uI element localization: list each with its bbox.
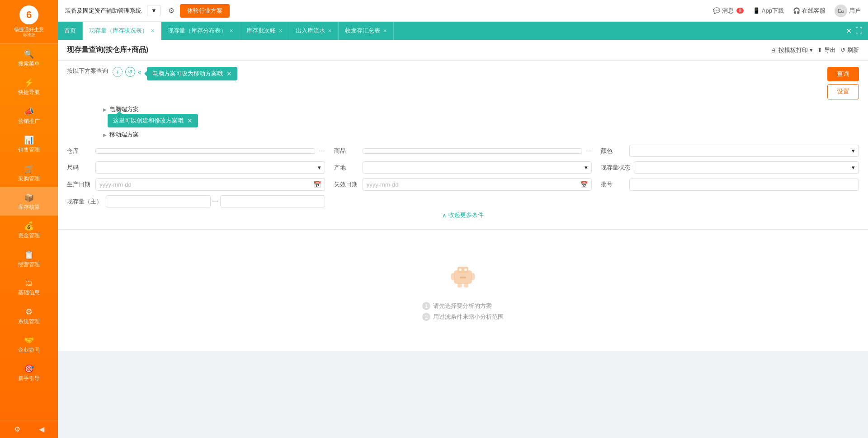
stock-status-select[interactable]: ▾: [634, 161, 859, 174]
stock-main-range-from[interactable]: [106, 195, 211, 207]
produce-date-placeholder: yyyy-mm-dd: [99, 181, 132, 188]
svg-rect-6: [471, 273, 475, 280]
sidebar-item-quick-nav[interactable]: ⚡ 快捷导航: [0, 72, 58, 101]
svg-point-2: [459, 268, 462, 271]
query-btn[interactable]: 查询: [827, 67, 859, 81]
experience-btn[interactable]: 体验行业方案: [180, 4, 230, 18]
tab-inventory-status[interactable]: 现存量（库存状况表） ✕: [83, 22, 161, 40]
topbar-gear-icon[interactable]: ⚙: [168, 6, 175, 15]
sidebar-item-enterprise[interactable]: 🤝 企业协同: [0, 330, 58, 358]
sidebar-item-basic[interactable]: 🗂 基础信息: [0, 273, 58, 301]
batch-label: 批号: [601, 180, 626, 188]
batch-input[interactable]: [629, 179, 859, 191]
tab-inout-flow-close[interactable]: ✕: [328, 28, 332, 34]
warehouse-dots[interactable]: ···: [319, 147, 325, 155]
scheme-sub-item: ▶ 按商品: [103, 116, 859, 127]
enterprise-icon: 🤝: [24, 335, 34, 345]
close-all-tabs-icon[interactable]: ✕: [846, 27, 852, 35]
expire-date-input[interactable]: yyyy-mm-dd 📅: [363, 178, 592, 191]
scheme-left-arrow-btn[interactable]: «: [138, 68, 142, 75]
guide-icon: 🎯: [24, 364, 34, 374]
filter-field-stock-main: 现存量（主） —: [67, 195, 325, 207]
svg-rect-5: [451, 273, 455, 280]
tab-home[interactable]: 首页: [58, 22, 83, 40]
sidebar-item-search[interactable]: 🔍 搜索菜单: [0, 44, 58, 72]
tab-inventory-dist[interactable]: 现存量（库存分布表） ✕: [161, 22, 240, 40]
reset-btn[interactable]: 设置: [827, 84, 859, 99]
tab-inout-flow[interactable]: 出入库流水 ✕: [289, 22, 339, 40]
refresh-btn[interactable]: ↺ 刷新: [840, 46, 859, 54]
produce-date-input[interactable]: yyyy-mm-dd 📅: [95, 178, 325, 191]
topbar-user-btn[interactable]: Ea 用户: [835, 5, 861, 17]
tab-receive-summary[interactable]: 收发存汇总表 ✕: [339, 22, 394, 40]
color-select[interactable]: ▾: [629, 145, 859, 157]
svg-point-3: [464, 268, 467, 271]
inventory-icon: 📦: [24, 193, 34, 203]
sidebar-item-marketing[interactable]: 📣 营销推广: [0, 101, 58, 130]
svg-rect-7: [458, 283, 462, 287]
sidebar-collapse-btn[interactable]: ◀: [39, 425, 44, 433]
empty-tips: 1 请先选择要分析的方案 2 用过滤条件来缩小分析范围: [422, 302, 504, 324]
sidebar-item-purchase[interactable]: 🛒 采购管理: [0, 159, 58, 187]
fullscreen-icon[interactable]: ⛶: [855, 27, 863, 35]
warehouse-select[interactable]: [95, 148, 315, 154]
sidebar-item-label: 企业协同: [18, 347, 40, 353]
sidebar-item-system[interactable]: ⚙ 系统管理: [0, 301, 58, 330]
collapse-filter-bar[interactable]: ∧ 收起更多条件: [67, 207, 859, 223]
scheme-edit-tooltip: 这里可以创建和修改方案哦 ✕: [108, 114, 198, 127]
topbar-message-btn[interactable]: 💬 消息 8: [713, 7, 744, 15]
scheme-edit-tooltip-close[interactable]: ✕: [187, 117, 193, 124]
sidebar-item-label: 快捷导航: [18, 89, 40, 95]
sidebar-settings-btn[interactable]: ⚙: [14, 425, 20, 433]
sidebar-item-finance[interactable]: 💰 资金管理: [0, 216, 58, 244]
quick-nav-icon: ⚡: [24, 78, 34, 88]
export-icon: ⬆: [817, 47, 822, 53]
sidebar-nav: 🔍 搜索菜单 ⚡ 快捷导航 📣 营销推广 📊 销售管理 🛒 采购管理 📦 库存核…: [0, 44, 58, 420]
scheme-add-tooltip-close[interactable]: ✕: [226, 70, 232, 77]
tab-receive-summary-close[interactable]: ✕: [383, 28, 387, 34]
scheme-add-btn[interactable]: +: [113, 67, 123, 77]
tab-home-label: 首页: [64, 27, 76, 35]
sidebar-item-guide[interactable]: 🎯 新手引导: [0, 358, 58, 387]
scheme-tree-mobile-item[interactable]: ▶ 移动端方案: [103, 129, 859, 140]
app-brand-name: 畅捷通好生意 标准版: [14, 26, 44, 38]
system-select-dropdown[interactable]: ▼: [147, 5, 161, 16]
scheme-refresh-btn[interactable]: ↺: [125, 67, 135, 77]
operation-icon: 📋: [24, 250, 34, 260]
print-btn[interactable]: 🖨 按模板打印 ▾: [771, 46, 813, 54]
filter-field-origin: 产地 ▾: [334, 161, 592, 174]
scheme-sub-item-goods[interactable]: ▶ 按商品: [117, 116, 859, 127]
stock-status-label: 现存量状态: [601, 164, 630, 172]
stock-main-range-to[interactable]: [220, 195, 325, 207]
print-label: 按模板打印: [778, 46, 808, 54]
scheme-tree-pc[interactable]: ▶ 电脑端方案: [103, 104, 859, 115]
tab-receive-summary-label: 收发存汇总表: [345, 27, 380, 35]
tabs-bar: 首页 现存量（库存状况表） ✕ 现存量（库存分布表） ✕ 库存批次账 ✕ 出入库…: [58, 22, 868, 40]
app-logo-icon: 6: [19, 5, 38, 24]
export-btn[interactable]: ⬆ 导出: [817, 46, 836, 54]
filter-field-produce-date: 生产日期 yyyy-mm-dd 📅: [67, 178, 325, 191]
goods-dots[interactable]: ···: [586, 147, 592, 155]
size-select[interactable]: ▾: [95, 161, 325, 174]
phone-icon: 📱: [753, 7, 760, 14]
tab-inventory-status-close[interactable]: ✕: [151, 28, 155, 34]
topbar-online-service-btn[interactable]: 🎧 在线客服: [793, 7, 826, 15]
tab-inventory-dist-close[interactable]: ✕: [229, 28, 233, 34]
sidebar-item-label: 系统管理: [18, 318, 40, 325]
tab-batch-account[interactable]: 库存批次账 ✕: [240, 22, 289, 40]
filter-field-batch: 批号: [601, 178, 859, 191]
size-select-arrow: ▾: [318, 164, 321, 171]
sidebar-item-operation[interactable]: 📋 经营管理: [0, 245, 58, 273]
sidebar: 6 畅捷通好生意 标准版 🔍 搜索菜单 ⚡ 快捷导航 📣 营销推广 📊 销售管理…: [0, 0, 58, 438]
topbar-app-download-btn[interactable]: 📱 App下载: [753, 7, 784, 15]
goods-select[interactable]: [363, 148, 582, 154]
tab-batch-account-close[interactable]: ✕: [278, 28, 283, 34]
scheme-tree-mobile-arrow: ▶: [103, 132, 107, 137]
print-dropdown-icon: ▾: [810, 47, 813, 53]
sidebar-item-label: 经营管理: [18, 261, 40, 268]
origin-select[interactable]: ▾: [363, 161, 592, 174]
sidebar-item-sales[interactable]: 📊 销售管理: [0, 130, 58, 158]
search-icon: 🔍: [24, 49, 34, 59]
sidebar-item-inventory[interactable]: 📦 库存核算: [0, 187, 58, 216]
color-label: 颜色: [601, 147, 626, 155]
